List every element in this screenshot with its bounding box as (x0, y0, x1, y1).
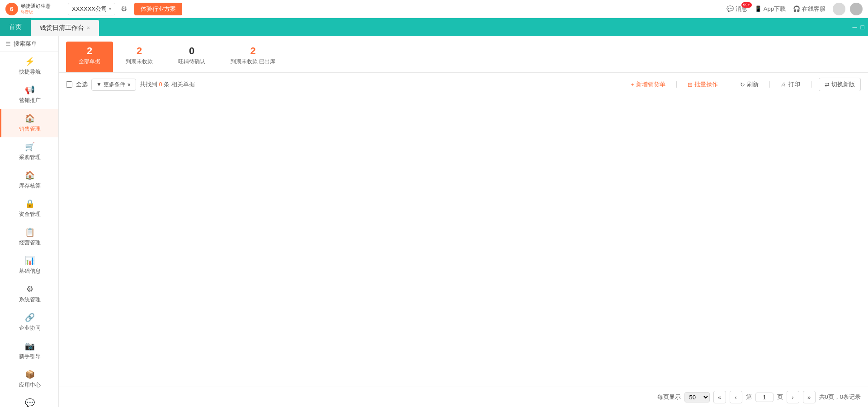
stat-tab-all[interactable]: 2 全部单据 (66, 42, 113, 72)
layout: ☰ 搜索菜单 ⚡ 快捷导航 📢 营销推广 🏠 销售管理 🛒 采购管理 🏠 库存核… (0, 36, 868, 407)
online-service-label: 在线客服 (802, 5, 826, 13)
stat-label-overdue-unpaid: 到期未收款 (126, 58, 153, 65)
sidebar-item-marketing[interactable]: 📢 营销推广 (0, 80, 58, 109)
chevron-down-icon: ▾ (109, 6, 111, 11)
company-name: XXXXXX公司 (72, 5, 107, 13)
toolbar-right: + 新增销货单 ⊞ 批量操作 ↻ 刷新 🖨 打印 (627, 78, 861, 91)
sidebar-label: 销售管理 (19, 125, 41, 133)
sidebar-label: 采购管理 (19, 154, 41, 161)
switch-version-button[interactable]: ⇄ 切换新版 (819, 78, 861, 91)
stat-tab-overdue-unpaid[interactable]: 2 到期未收款 (113, 42, 165, 72)
box-icon: 📦 (25, 370, 35, 379)
sidebar-item-purchase[interactable]: 🛒 采购管理 (0, 137, 58, 166)
gear-icon: ⚙ (26, 284, 33, 294)
lightning-icon: ⚡ (25, 56, 35, 66)
sidebar-item-enterprise[interactable]: 🔗 企业协同 (0, 308, 58, 337)
batch-op-button[interactable]: ⊞ 批量操作 (684, 79, 722, 90)
sidebar-label: 库存核算 (19, 182, 41, 190)
stat-count-overdue-unpaid: 2 (137, 45, 142, 57)
chevron-icon: ∨ (127, 81, 131, 88)
sidebar-item-operations[interactable]: 📋 经营管理 (0, 223, 58, 251)
inventory-icon: 🏠 (25, 170, 35, 180)
sidebar-item-base-info[interactable]: 📊 基础信息 (0, 251, 58, 280)
avatar[interactable] (833, 3, 845, 15)
search-menu-button[interactable]: ☰ 搜索菜单 (0, 36, 58, 52)
print-button[interactable]: 🖨 打印 (777, 79, 804, 90)
sidebar-item-app-center[interactable]: 📦 应用中心 (0, 365, 58, 393)
company-selector[interactable]: XXXXXX公司 ▾ (68, 3, 115, 15)
trial-button[interactable]: 体验行业方案 (134, 3, 182, 15)
sidebar-item-finance[interactable]: 🔒 资金管理 (0, 194, 58, 223)
logo: 6 畅捷通好生意 标普版 (5, 3, 64, 15)
app-download-button[interactable]: 📱 App下载 (755, 5, 786, 13)
sidebar-label: 应用中心 (19, 381, 41, 389)
tab-home[interactable]: 首页 (0, 18, 31, 36)
toolbar: 全选 ▼ 更多条件 ∨ 共找到 0 条 相关单据 + 新增销货单 (59, 73, 868, 96)
clipboard-icon: 📋 (25, 227, 35, 237)
new-sale-button[interactable]: + 新增销货单 (627, 79, 669, 90)
switch-version-label: 切换新版 (831, 80, 855, 89)
filter-button[interactable]: ▼ 更多条件 ∨ (91, 79, 136, 91)
batch-icon: ⊞ (688, 81, 693, 88)
page-prefix: 第 (746, 393, 752, 401)
stats-tabs: 2 全部单据 2 到期未收款 0 旺辅待确认 2 到期未收款 已出库 (59, 36, 868, 73)
lock-icon: 🔒 (25, 199, 35, 209)
stat-tab-overdue-unshipped[interactable]: 2 到期未收款 已出库 (218, 42, 288, 72)
sidebar-item-quick-nav[interactable]: ⚡ 快捷导航 (0, 52, 58, 80)
search-menu-label: 搜索菜单 (14, 40, 37, 48)
stat-tab-wangwang[interactable]: 0 旺辅待确认 (165, 42, 218, 72)
refresh-button[interactable]: ↻ 刷新 (736, 79, 762, 90)
found-text: 共找到 0 条 相关单据 (140, 80, 195, 89)
nav-tabs: 首页 钱货日清工作台 × ─ □ (0, 18, 868, 36)
next-page-button[interactable]: › (787, 391, 799, 403)
sidebar-item-wechat[interactable]: 💬 企业微信 (0, 393, 58, 407)
first-page-button[interactable]: « (713, 391, 726, 403)
online-service-button[interactable]: 🎧 在线客服 (793, 5, 826, 13)
divider4 (811, 81, 811, 88)
filter-label: 更多条件 (104, 81, 125, 89)
filter-icon: ▼ (96, 81, 102, 88)
divider2 (729, 81, 729, 88)
sidebar-label: 资金管理 (19, 211, 41, 218)
tab-active[interactable]: 钱货日清工作台 × (31, 20, 99, 36)
sidebar-item-newbie[interactable]: 📷 新手引导 (0, 337, 58, 365)
sidebar-label: 企业协同 (19, 324, 41, 332)
top-bar-right: 💬 消息 99+ 📱 App下载 🎧 在线客服 (726, 3, 863, 15)
logo-icon: 6 (5, 3, 18, 15)
batch-op-label: 批量操作 (694, 80, 718, 89)
sidebar-item-system[interactable]: ⚙ 系统管理 (0, 280, 58, 308)
content-area (59, 96, 868, 387)
prev-page-button[interactable]: ‹ (730, 391, 742, 403)
stat-count-overdue-unshipped: 2 (250, 45, 256, 57)
sidebar-label: 基础信息 (19, 267, 41, 275)
plus-icon: + (631, 81, 634, 88)
avatar-extra[interactable] (850, 3, 863, 15)
minimize-icon[interactable]: ─ (853, 23, 857, 31)
stat-label-overdue-unshipped: 到期未收款 已出库 (231, 58, 275, 65)
select-all-checkbox[interactable] (66, 81, 72, 88)
new-sale-label: 新增销货单 (636, 80, 665, 89)
message-button[interactable]: 💬 消息 99+ (726, 5, 747, 13)
stat-count-wangwang: 0 (189, 45, 194, 57)
stat-label-wangwang: 旺辅待确认 (178, 58, 205, 65)
message-icon: 💬 (726, 5, 734, 12)
sidebar-item-sales[interactable]: 🏠 销售管理 (0, 109, 58, 137)
sidebar-label: 新手引导 (19, 353, 41, 360)
guide-icon: 📷 (25, 341, 35, 351)
last-page-button[interactable]: » (803, 391, 816, 403)
home-icon: 🏠 (25, 113, 35, 123)
per-page-select[interactable]: 50 20 100 (684, 392, 710, 402)
maximize-icon[interactable]: □ (861, 23, 864, 31)
stat-label-all: 全部单据 (79, 58, 100, 65)
settings-icon[interactable]: ⚙ (119, 3, 129, 15)
per-page-label: 每页显示 (657, 393, 681, 401)
app-download-label: App下载 (764, 5, 786, 13)
mobile-icon: 📱 (755, 5, 762, 12)
close-tab-icon[interactable]: × (87, 25, 90, 31)
sidebar-label: 经营管理 (19, 239, 41, 247)
message-badge: 99+ (741, 2, 752, 8)
divider (676, 81, 677, 88)
page-input[interactable] (755, 393, 774, 402)
sidebar-item-inventory[interactable]: 🏠 库存核算 (0, 166, 58, 194)
page-suffix: 页 (777, 393, 783, 401)
